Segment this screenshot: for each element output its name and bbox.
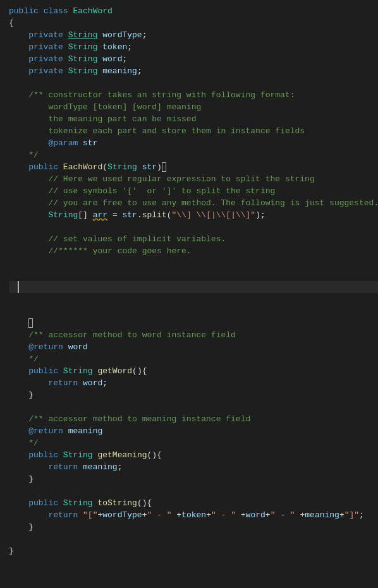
code-line[interactable]: @param str [9,137,378,149]
code-line[interactable]: public String toString(){ [9,497,378,509]
code-line[interactable]: String[] arr = str.split("\\] \\[|\\[|\\… [9,209,378,221]
code-line[interactable] [9,77,378,89]
code-line[interactable] [9,533,378,545]
code-line[interactable] [9,221,378,233]
code-line[interactable]: public class EachWord [9,5,378,17]
javadoc-tag: @return [28,342,63,352]
op: + [241,510,246,520]
identifier: token [102,42,127,52]
string: " - " [147,510,172,520]
code-line[interactable]: the meaning part can be missed [9,113,378,125]
code-line[interactable]: } [9,545,378,557]
type: String [68,42,98,52]
code-line[interactable] [9,401,378,413]
code-line[interactable]: /** accessor method to meaning instance … [9,413,378,425]
paren: ); [255,210,265,220]
type: String [68,66,98,76]
paren: ) [157,162,162,172]
string: " - " [211,510,236,520]
comment: */ [28,354,39,364]
code-line[interactable]: public String getWord(){ [9,365,378,377]
comment: */ [28,438,39,448]
code-line[interactable] [9,257,378,269]
code-line[interactable] [9,485,378,497]
code-line[interactable] [9,317,378,329]
code-line[interactable]: private String wordType; [9,29,378,41]
brace: } [28,474,34,484]
string: " - " [271,510,295,520]
parens: (){ [132,366,147,376]
type: String [63,498,93,508]
keyword: public [28,162,58,172]
paren: ( [102,162,107,172]
class-name: EachWord [73,6,112,16]
code-line[interactable]: return meaning; [9,461,378,473]
code-editor[interactable]: public class EachWord { private String w… [0,0,378,562]
comment: /** accessor method to word instance fie… [28,330,236,340]
javadoc-tag: @param [48,138,78,148]
code-line[interactable] [9,293,378,305]
code-line[interactable] [9,269,378,281]
code-line[interactable]: // you are free to use any method. The f… [9,197,378,209]
code-line[interactable]: */ [9,149,378,161]
code-line[interactable]: /** constructor takes an string with fol… [9,89,378,101]
code-line[interactable]: // set values of implicit variables. [9,233,378,245]
semicolon: ; [142,30,147,40]
code-line[interactable]: private String meaning; [9,65,378,77]
brace: { [9,18,14,28]
type: String [48,210,78,220]
keyword: private [28,42,63,52]
code-line[interactable]: public String getMeaning(){ [9,449,378,461]
identifier: word [102,54,122,64]
code-line[interactable]: //****** your code goes here. [9,245,378,257]
equals: = [113,210,118,220]
comment: // use symbols '[' or ']' to split the s… [48,186,275,196]
current-line[interactable] [9,281,378,293]
code-line[interactable]: } [9,389,378,401]
code-line[interactable]: @return word [9,341,378,353]
code-line[interactable]: /** accessor method to word instance fie… [9,329,378,341]
semicolon: ; [118,462,123,472]
code-line[interactable]: private String word; [9,53,378,65]
identifier: meaning [102,66,137,76]
variable: wordType [102,510,142,520]
method-name: getWord [97,366,132,376]
type: String [68,30,98,40]
param-name: str [78,138,97,148]
string: "[" [83,510,97,520]
code-line[interactable]: */ [9,353,378,365]
code-line[interactable]: { [9,17,378,29]
javadoc-tag: @return [28,426,63,436]
variable: meaning [305,510,339,520]
identifier: wordType [102,30,142,40]
bracket-highlight [28,318,33,328]
string-literal: "\\] \\[|\\[|\\]" [172,210,256,220]
comment [28,138,48,148]
variable: str [123,210,137,220]
code-line[interactable]: tokenize each part and store them in ins… [9,125,378,137]
code-line[interactable]: wordType [token] [word] meaning [9,101,378,113]
code-line[interactable]: return "["+wordType+" - " +token+" - " +… [9,509,378,521]
keyword: return [48,462,78,472]
code-line[interactable]: private String token; [9,41,378,53]
code-line[interactable]: // use symbols '[' or ']' to split the s… [9,185,378,197]
comment: //****** your code goes here. [48,246,191,256]
method-name: toString [97,498,137,508]
keyword: public [28,366,58,376]
brace: } [28,390,34,400]
variable: token [181,510,206,520]
semicolon: ; [102,378,107,388]
code-line[interactable]: */ [9,437,378,449]
keyword: public [28,450,58,460]
code-line[interactable]: } [9,473,378,485]
op: + [265,510,271,520]
code-line[interactable]: // Here we used regular expression to sp… [9,173,378,185]
type: String [107,162,137,172]
code-line[interactable]: public EachWord(String str) [9,161,378,173]
keyword: class [44,6,68,16]
op: + [142,510,147,520]
code-line[interactable]: } [9,521,378,533]
code-line[interactable] [9,305,378,317]
code-line[interactable]: return word; [9,377,378,389]
code-line[interactable]: @return meaning [9,425,378,437]
